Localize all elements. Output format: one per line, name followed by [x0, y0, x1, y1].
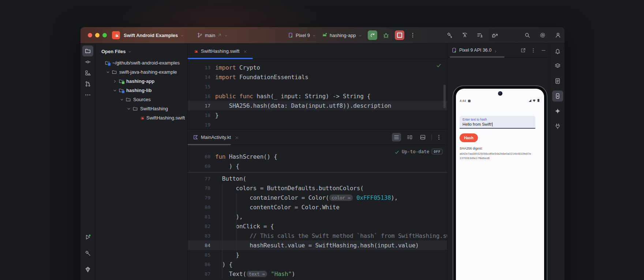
code-line[interactable]: 84 hashResult.value = SwiftHashing.hash(… — [188, 240, 447, 250]
tree-item-hashing-app[interactable]: hashing-app — [96, 77, 187, 86]
code-line[interactable]: 18} — [188, 110, 447, 120]
code-line[interactable]: 88 } — [188, 279, 447, 280]
chevron-right-icon[interactable] — [112, 79, 117, 84]
folder-icon — [104, 60, 111, 66]
code-line[interactable]: 86 ) { — [188, 259, 447, 269]
design-view-button[interactable] — [418, 133, 427, 141]
kotlin-code-area[interactable]: Up-to-date OFF 60fun HashScreen() {69 ) … — [188, 145, 447, 280]
attach-debugger-icon[interactable] — [491, 32, 498, 38]
code-line[interactable]: 83 // This calls the Swift method `hash`… — [188, 231, 447, 240]
divider — [431, 134, 432, 140]
device-selector[interactable]: Pixel 9 — [288, 27, 316, 43]
code-line[interactable]: 85 } — [188, 250, 447, 259]
minimize-window-button[interactable] — [95, 33, 100, 37]
chevron-down-icon — [358, 33, 362, 37]
close-window-button[interactable] — [88, 33, 92, 37]
close-tab-icon[interactable] — [243, 49, 247, 53]
diamond-tool-tool-button[interactable] — [82, 264, 93, 275]
logcat-tool-button[interactable] — [552, 75, 563, 86]
tree-item-swifthashing-swift[interactable]: SwiftHashing.swift — [96, 113, 187, 122]
build-variants-icon[interactable] — [476, 32, 483, 38]
zoom-window-button[interactable] — [102, 33, 107, 37]
emulator-text-field[interactable]: Enter text to hash Hello from Swift! — [460, 116, 535, 129]
build-tool-button[interactable] — [82, 248, 93, 259]
running-devices-header: Pixel 9 API 36.0 — [448, 43, 550, 58]
search-icon[interactable] — [524, 32, 531, 38]
panel-options-kebab[interactable] — [531, 48, 536, 53]
swift-code-area[interactable]: 13import Crypto14import FoundationEssent… — [188, 59, 447, 129]
tree-item-swifthashing[interactable]: SwiftHashing — [96, 104, 187, 113]
tree-item-sources[interactable]: Sources — [96, 95, 187, 104]
chevron-down-icon[interactable] — [119, 97, 124, 102]
chevron-down-icon[interactable] — [112, 88, 117, 93]
chevron-right-icon[interactable] — [494, 48, 498, 52]
rerun-button[interactable] — [368, 30, 377, 40]
code-line[interactable]: 13import Crypto — [188, 63, 447, 72]
pull-requests-tool-button[interactable] — [82, 78, 93, 89]
running-devices-tool-button[interactable] — [552, 91, 563, 102]
chevron-down-icon[interactable] — [126, 106, 131, 111]
profiler-tool-button[interactable] — [552, 60, 563, 71]
inspections-ok-icon[interactable] — [436, 63, 441, 68]
code-line[interactable]: 87 Text(text = "Hash") — [188, 269, 447, 279]
more-tools-tool-button[interactable] — [82, 89, 93, 100]
live-edit-badge[interactable]: OFF — [432, 149, 442, 154]
tree-item--github-swift-android-examples[interactable]: ~/github/swift-android-examples — [96, 58, 187, 67]
close-tab-icon[interactable] — [235, 135, 239, 139]
window-controls — [88, 33, 107, 37]
code-line[interactable]: 82 onClick = { — [188, 221, 447, 231]
tree-item-hashing-lib[interactable]: hashing-lib — [96, 86, 187, 95]
tab-swifthashing[interactable]: SwiftHashing.swift — [193, 48, 247, 54]
code-line[interactable]: 14import FoundationEssentials — [188, 72, 447, 82]
project-view-selector[interactable]: Open Files — [96, 47, 187, 56]
code-line[interactable]: 78 colors = ButtonDefaults.buttonColors( — [188, 183, 447, 193]
code-line[interactable]: 15 — [188, 82, 447, 91]
code-line[interactable]: 80 contentColor = Color.White — [188, 202, 447, 212]
code-view-button[interactable] — [392, 133, 401, 141]
project-tool-button[interactable] — [82, 45, 93, 56]
editor-scrollbar[interactable] — [443, 85, 446, 108]
notifications-tool-button[interactable] — [552, 45, 563, 56]
tree-item-swift-java-hashing-example[interactable]: swift-java-hashing-example — [96, 67, 187, 77]
gemini-tool-button[interactable] — [552, 106, 563, 117]
code-line[interactable]: 17 SHA256.hash(data: Data(input.utf8)).d… — [188, 101, 447, 110]
project-selector[interactable]: Swift Android Examples — [124, 27, 184, 43]
device-icon — [288, 32, 293, 38]
account-avatar-icon[interactable] — [555, 32, 561, 38]
run-tool-button[interactable] — [82, 232, 93, 243]
emulator-screen[interactable]: 4:44 Enter text to hash — [456, 89, 544, 280]
run-config-selector[interactable]: hashing-app — [322, 27, 362, 43]
code-line[interactable]: 79 containerColor = Color(color = 0xFFF0… — [188, 193, 447, 202]
swift-file-icon — [193, 48, 198, 54]
device-tab-title[interactable]: Pixel 9 API 36.0 — [459, 48, 491, 53]
apply-changes-icon[interactable] — [461, 32, 468, 38]
emulator-phone-frame: 4:44 Enter text to hash — [453, 85, 547, 280]
device-name: Pixel 9 — [296, 33, 310, 38]
run-config-name: hashing-app — [330, 33, 356, 38]
code-line[interactable]: 69 ) { — [188, 161, 447, 171]
run-options-kebab[interactable] — [410, 32, 416, 38]
open-in-window-icon[interactable] — [520, 48, 526, 53]
code-line[interactable]: 16public func hash(_ input: String) -> S… — [188, 91, 447, 101]
pull-request-icon — [85, 81, 91, 87]
hash-button[interactable]: Hash — [460, 133, 478, 142]
split-view-button[interactable] — [405, 133, 414, 141]
swift-file-icon — [139, 115, 145, 121]
hide-panel-icon[interactable] — [541, 48, 546, 53]
build-icon[interactable] — [446, 32, 453, 38]
code-line[interactable]: 77 Button( — [188, 174, 447, 183]
code-line[interactable]: 81 ), — [188, 212, 447, 221]
branch-name: main — [205, 33, 215, 38]
stop-button[interactable] — [395, 30, 404, 40]
branch-selector[interactable]: main — [197, 27, 228, 43]
code-line[interactable]: 19 — [188, 120, 447, 129]
chevron-down-icon[interactable] — [105, 70, 111, 75]
settings-gear-icon[interactable] — [539, 32, 546, 38]
commit-tool-button[interactable] — [82, 56, 93, 67]
editor-options-kebab[interactable] — [436, 134, 442, 140]
tab-mainactivity[interactable]: MainActivity.kt — [193, 135, 239, 140]
app-quality-insights-tool-button[interactable] — [552, 121, 563, 132]
debug-button[interactable] — [383, 32, 389, 38]
kotlin-file-icon — [193, 135, 198, 140]
structure-tool-button[interactable] — [82, 67, 93, 78]
